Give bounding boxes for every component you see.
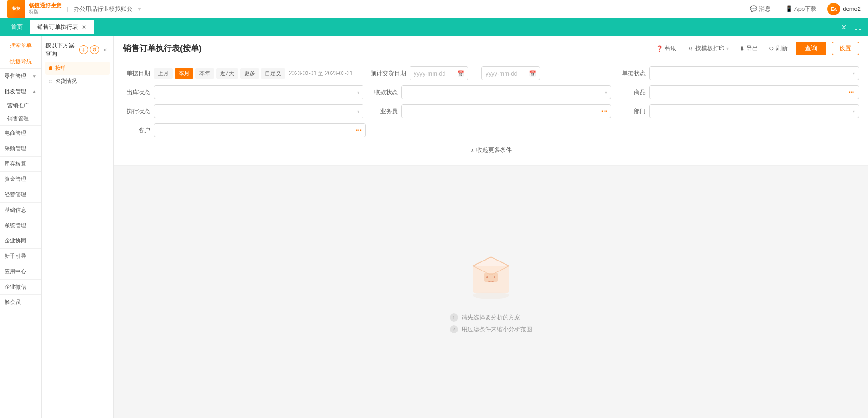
sidebar-item-appcenter[interactable]: 应用中心 xyxy=(0,264,41,280)
sidebar-item-marketing[interactable]: 营销推广 xyxy=(0,99,41,112)
product-input[interactable]: ··· xyxy=(649,86,859,99)
sidebar-item-purchase[interactable]: 采购管理 xyxy=(0,141,41,157)
expected-date-label: 预计交货日期 xyxy=(371,69,406,77)
sidebar-item-inventory[interactable]: 库存核算 xyxy=(0,157,41,172)
date-last-month[interactable]: 上月 xyxy=(154,68,173,79)
avatar: Ea xyxy=(827,3,840,15)
breadcrumb-title[interactable]: 办公用品行业模拟账套 xyxy=(74,5,132,13)
refresh-filter-button[interactable]: ↺ xyxy=(90,45,99,54)
tab-home[interactable]: 首页 xyxy=(4,20,30,34)
app-download-button[interactable]: 📱 App下载 xyxy=(782,3,820,15)
collapse-more-button[interactable]: ∧ 收起更多条件 xyxy=(123,142,859,158)
sidebar-search-section: 搜索菜单 xyxy=(0,36,41,55)
print-button[interactable]: 🖨 按模板打印 ▾ xyxy=(685,43,731,54)
expected-date-end[interactable]: yyyy-mm-dd 📅 xyxy=(481,66,540,80)
filter-dot-inactive xyxy=(49,80,52,83)
delivery-status-select[interactable]: ▾ xyxy=(154,86,363,99)
product-dots[interactable]: ··· xyxy=(849,88,855,96)
svg-point-3 xyxy=(486,276,488,278)
sidebar-item-wechat[interactable]: 企业微信 xyxy=(0,280,41,295)
tab-close-all-button[interactable]: ✕ xyxy=(837,21,850,33)
empty-state: 1 请先选择要分析的方案 2 用过滤条件来缩小分析范围 xyxy=(114,166,868,418)
sidebar-item-ecommerce[interactable]: 电商管理 xyxy=(0,126,41,141)
expected-date-start[interactable]: yyyy-mm-dd 📅 xyxy=(410,66,468,80)
product-label: 商品 xyxy=(618,88,646,96)
customer-dots[interactable]: ··· xyxy=(356,126,362,134)
tab-sales-order[interactable]: 销售订单执行表 ✕ xyxy=(30,20,94,34)
wholesale-arrow-icon: ▲ xyxy=(32,89,37,94)
sidebar-item-finance[interactable]: 资金管理 xyxy=(0,172,41,187)
tip-num-1: 1 xyxy=(450,314,458,322)
export-button[interactable]: ⬇ 导出 xyxy=(737,43,761,54)
empty-tip-2: 2 用过滤条件来缩小分析范围 xyxy=(450,325,532,333)
app-subtitle: 标版 xyxy=(29,9,61,15)
date-this-month[interactable]: 本月 xyxy=(175,68,193,79)
customer-input[interactable]: ··· xyxy=(154,124,366,137)
breadcrumb-arrow-icon[interactable]: ▾ xyxy=(138,5,141,12)
delivery-arrow: ▾ xyxy=(357,90,359,95)
app-logo: 畅捷 xyxy=(7,0,25,18)
add-filter-button[interactable]: + xyxy=(79,45,88,54)
sidebar-quick-nav[interactable]: 快捷导航 xyxy=(0,55,41,69)
print-icon: 🖨 xyxy=(688,45,693,52)
export-icon: ⬇ xyxy=(740,45,745,52)
help-button[interactable]: ❓ 帮助 xyxy=(653,43,679,54)
filter-arrears[interactable]: 欠货情况 xyxy=(45,75,110,88)
svg-point-4 xyxy=(494,276,495,278)
settings-button[interactable]: 设置 xyxy=(832,42,859,55)
date-7days[interactable]: 近7天 xyxy=(216,68,238,79)
tab-close-icon[interactable]: ✕ xyxy=(81,24,87,30)
salesperson-group: 业务员 ··· xyxy=(371,104,611,118)
sidebar-item-operations[interactable]: 经营管理 xyxy=(0,187,41,203)
order-status-arrow: ▾ xyxy=(853,71,855,76)
filter-area: 单据日期 上月 本月 本年 近7天 更多 自定义 2023-03-01 至 20… xyxy=(114,59,868,166)
left-filter-title: 按以下方案查询 xyxy=(45,42,79,58)
sidebar-item-system[interactable]: 系统管理 xyxy=(0,218,41,233)
left-filter-panel: 按以下方案查询 + ↺ « 按单 欠货情况 xyxy=(42,36,114,418)
exec-arrow: ▾ xyxy=(357,109,359,114)
filter-by-order[interactable]: 按单 xyxy=(45,62,110,75)
sidebar-item-vip[interactable]: 畅会员 xyxy=(0,295,41,310)
exec-status-select[interactable]: ▾ xyxy=(154,104,363,118)
sidebar-item-guide[interactable]: 新手引导 xyxy=(0,249,41,264)
product-group: 商品 ··· xyxy=(618,86,859,99)
app-name: 畅捷通好生意 xyxy=(29,2,61,9)
order-status-select[interactable]: ▾ xyxy=(649,66,859,80)
help-icon: ❓ xyxy=(656,45,663,52)
dept-select[interactable]: ▾ xyxy=(649,104,859,118)
svg-rect-2 xyxy=(484,273,498,282)
username: demo2 xyxy=(843,5,861,12)
sidebar-wholesale-header[interactable]: 批发管理 ▲ xyxy=(0,84,41,99)
refresh-button[interactable]: ↺ 刷新 xyxy=(766,43,790,54)
sidebar-item-sales-mgmt[interactable]: 销售管理 xyxy=(0,112,41,125)
page-title: 销售订单执行表(按单) xyxy=(123,43,202,54)
sidebar: 搜索菜单 快捷导航 零售管理 ▼ 批发管理 ▲ 营销推广 销售管理 电商管理 采… xyxy=(0,36,42,418)
expected-date-group: 预计交货日期 yyyy-mm-dd 📅 — yyyy-mm-dd 📅 xyxy=(371,66,611,80)
sidebar-item-basic[interactable]: 基础信息 xyxy=(0,203,41,218)
query-button[interactable]: 查询 xyxy=(796,42,826,55)
print-arrow-icon: ▾ xyxy=(726,46,729,51)
date-more[interactable]: 更多 xyxy=(240,68,259,79)
sidebar-section-wholesale: 批发管理 ▲ 营销推广 销售管理 xyxy=(0,84,41,126)
tab-bar-actions: ✕ ⛶ xyxy=(837,21,864,33)
date-custom[interactable]: 自定义 xyxy=(261,68,285,79)
filter-row-2: 出库状态 ▾ 收款状态 ▾ 商品 xyxy=(123,86,859,99)
message-button[interactable]: 💬 消息 xyxy=(746,3,774,15)
user-menu[interactable]: Ea demo2 xyxy=(827,3,861,15)
collapse-panel-button[interactable]: « xyxy=(101,45,110,54)
salesperson-dots[interactable]: ··· xyxy=(601,107,607,115)
date-this-year[interactable]: 本年 xyxy=(195,68,214,79)
payment-arrow: ▾ xyxy=(605,90,607,95)
date-buttons: 上月 本月 本年 近7天 更多 自定义 xyxy=(154,68,285,79)
collapse-icon: ∧ xyxy=(470,147,475,154)
filter-row-4: 客户 ··· xyxy=(123,124,859,137)
page-title-bar: 销售订单执行表(按单) ❓ 帮助 🖨 按模板打印 ▾ ⬇ 导出 xyxy=(114,36,868,59)
sidebar-search-button[interactable]: 搜索菜单 xyxy=(4,40,38,51)
sidebar-item-coop[interactable]: 企业协同 xyxy=(0,233,41,249)
sidebar-retail-header[interactable]: 零售管理 ▼ xyxy=(0,69,41,84)
salesperson-input[interactable]: ··· xyxy=(401,104,611,118)
filter-row-3: 执行状态 ▾ 业务员 ··· 部门 xyxy=(123,104,859,118)
payment-status-select[interactable]: ▾ xyxy=(401,86,611,99)
tab-bar: 首页 销售订单执行表 ✕ ✕ ⛶ xyxy=(0,18,868,36)
tab-fullscreen-button[interactable]: ⛶ xyxy=(852,21,864,33)
